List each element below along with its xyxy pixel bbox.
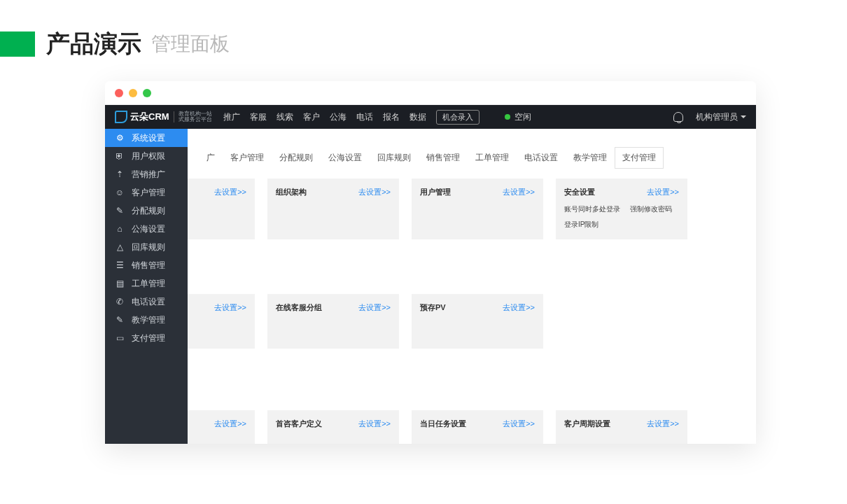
accent-block: [0, 31, 35, 57]
sidebar-item-system[interactable]: ⚙系统设置: [105, 129, 188, 147]
status-dot-icon: [505, 114, 510, 120]
page-subtitle: 管理面板: [151, 31, 230, 57]
nav-promo[interactable]: 推广: [223, 111, 240, 123]
tab-customer[interactable]: 客户管理: [223, 147, 272, 169]
tab-ticket[interactable]: 工单管理: [468, 147, 517, 169]
tab-partial[interactable]: 广: [199, 147, 223, 169]
sidebar-item-label: 系统设置: [132, 132, 165, 144]
sidebar-item-label: 公海设置: [132, 223, 165, 235]
settings-icon: ⚙: [115, 133, 125, 143]
tab-pool[interactable]: 公海设置: [321, 147, 370, 169]
user-role: 机构管理员: [696, 111, 738, 123]
tab-phone[interactable]: 电话设置: [517, 147, 566, 169]
nav-data[interactable]: 数据: [410, 111, 426, 123]
card-title: 当日任务设置: [420, 419, 466, 429]
nav-signup[interactable]: 报名: [383, 111, 400, 123]
sidebar-item-sales[interactable]: ☰销售管理: [105, 256, 188, 274]
sidebar-item-label: 营销推广: [132, 169, 165, 181]
chevron-down-icon: [741, 115, 746, 118]
go-settings-link[interactable]: 去设置>>: [214, 187, 246, 197]
go-settings-link[interactable]: 去设置>>: [358, 419, 391, 429]
tab-sales[interactable]: 销售管理: [419, 147, 468, 169]
sidebar-item-payment[interactable]: ▭支付管理: [105, 329, 188, 347]
sidebar-item-label: 支付管理: [132, 332, 165, 344]
bell-icon[interactable]: [673, 112, 683, 122]
go-settings-link[interactable]: 去设置>>: [503, 187, 535, 197]
sidebar-item-label: 分配规则: [132, 205, 165, 217]
triangle-icon: △: [115, 242, 125, 252]
go-settings-link[interactable]: 去设置>>: [214, 419, 246, 429]
card-title: 在线客服分组: [276, 302, 322, 313]
card-tags: 账号同时多处登录 强制修改密码 登录IP限制: [564, 204, 679, 230]
tag[interactable]: 登录IP限制: [564, 220, 598, 230]
top-nav: 推广 客服 线索 客户 公海 电话 报名 数据: [223, 111, 426, 123]
sidebar: ⚙系统设置 ⛨用户权限 ⇡营销推广 ☺客户管理 ✎分配规则 ⌂公海设置 △回库规…: [105, 129, 188, 444]
minimize-icon[interactable]: [129, 89, 137, 97]
sidebar-item-marketing[interactable]: ⇡营销推广: [105, 165, 188, 183]
nav-pool[interactable]: 公海: [330, 111, 346, 123]
brand[interactable]: 云朵CRM 教育机构一站 式服务云平台: [115, 111, 212, 123]
card-title: 用户管理: [420, 187, 451, 197]
go-settings-link[interactable]: 去设置>>: [358, 302, 391, 313]
go-settings-link[interactable]: 去设置>>: [647, 419, 679, 429]
tab-return[interactable]: 回库规则: [370, 147, 419, 169]
nav-service[interactable]: 客服: [250, 111, 267, 123]
page-title: 产品演示: [46, 28, 141, 60]
go-settings-link[interactable]: 去设置>>: [358, 187, 391, 197]
card-title: 预存PV: [420, 302, 446, 313]
card-org: 组织架构去设置>>: [267, 178, 399, 239]
sidebar-item-label: 工单管理: [132, 278, 165, 290]
person-icon: ☺: [115, 188, 125, 197]
sidebar-item-label: 用户权限: [132, 150, 165, 162]
sidebar-item-ticket[interactable]: ▤工单管理: [105, 274, 188, 293]
sidebar-item-label: 客户管理: [132, 187, 165, 199]
doc-icon: ▤: [115, 279, 125, 288]
sidebar-item-permissions[interactable]: ⛨用户权限: [105, 147, 188, 165]
card-title: 组织架构: [276, 187, 307, 197]
sidebar-item-assign[interactable]: ✎分配规则: [105, 202, 188, 220]
nav-customer[interactable]: 客户: [303, 111, 320, 123]
cloud-icon: [115, 111, 127, 123]
sidebar-item-label: 销售管理: [132, 260, 165, 272]
card-first-consult: 首咨客户定义去设置>>: [267, 410, 399, 444]
card-pv: 预存PV去设置>>: [412, 294, 543, 349]
sidebar-item-label: 教学管理: [132, 314, 165, 326]
status-text: 空闲: [514, 111, 531, 123]
tab-assign[interactable]: 分配规则: [272, 147, 321, 169]
card-user-mgmt: 用户管理去设置>>: [412, 178, 543, 239]
card-security: 安全设置去设置>> 账号同时多处登录 强制修改密码 登录IP限制: [556, 178, 687, 239]
brand-name: 云朵CRM: [130, 111, 169, 123]
tab-teaching[interactable]: 教学管理: [566, 147, 615, 169]
brand-tagline: 教育机构一站 式服务云平台: [174, 111, 212, 122]
tag[interactable]: 强制修改密码: [630, 204, 672, 214]
go-settings-link[interactable]: 去设置>>: [647, 187, 679, 197]
shield-icon: ⛨: [115, 151, 125, 161]
maximize-icon[interactable]: [143, 89, 151, 97]
close-icon[interactable]: [115, 89, 123, 97]
card-title: 安全设置: [564, 187, 595, 197]
sidebar-item-return[interactable]: △回库规则: [105, 238, 188, 256]
card-row-1: 去设置>> 组织架构去设置>> 用户管理去设置>> 安全设置去设置>> 账号同时…: [199, 178, 745, 239]
window-chrome: [105, 81, 756, 105]
record-opportunity-button[interactable]: 机会录入: [436, 110, 479, 125]
page-heading: 产品演示 管理面板: [0, 0, 847, 81]
go-settings-link[interactable]: 去设置>>: [503, 419, 535, 429]
go-settings-link[interactable]: 去设置>>: [503, 302, 535, 313]
card: 去设置>>: [188, 410, 255, 444]
sidebar-item-customer[interactable]: ☺客户管理: [105, 183, 188, 202]
sidebar-item-phone[interactable]: ✆电话设置: [105, 293, 188, 311]
sidebar-item-teaching[interactable]: ✎教学管理: [105, 311, 188, 329]
card-daily-task: 当日任务设置去设置>>: [412, 410, 543, 444]
card-row-3: 去设置>> 首咨客户定义去设置>> 当日任务设置去设置>> 客户周期设置去设置>…: [199, 410, 745, 444]
sidebar-item-pool[interactable]: ⌂公海设置: [105, 220, 188, 238]
go-settings-link[interactable]: 去设置>>: [214, 302, 246, 313]
user-menu[interactable]: 机构管理员: [696, 111, 746, 123]
nav-phone[interactable]: 电话: [356, 111, 373, 123]
tab-payment[interactable]: 支付管理: [615, 147, 664, 169]
card-customer-cycle: 客户周期设置去设置>>: [556, 410, 687, 444]
pencil-icon: ✎: [115, 315, 125, 325]
nav-leads[interactable]: 线索: [276, 111, 293, 123]
status-indicator[interactable]: 空闲: [505, 111, 531, 123]
tag[interactable]: 账号同时多处登录: [564, 204, 620, 214]
list-icon: ☰: [115, 260, 125, 270]
